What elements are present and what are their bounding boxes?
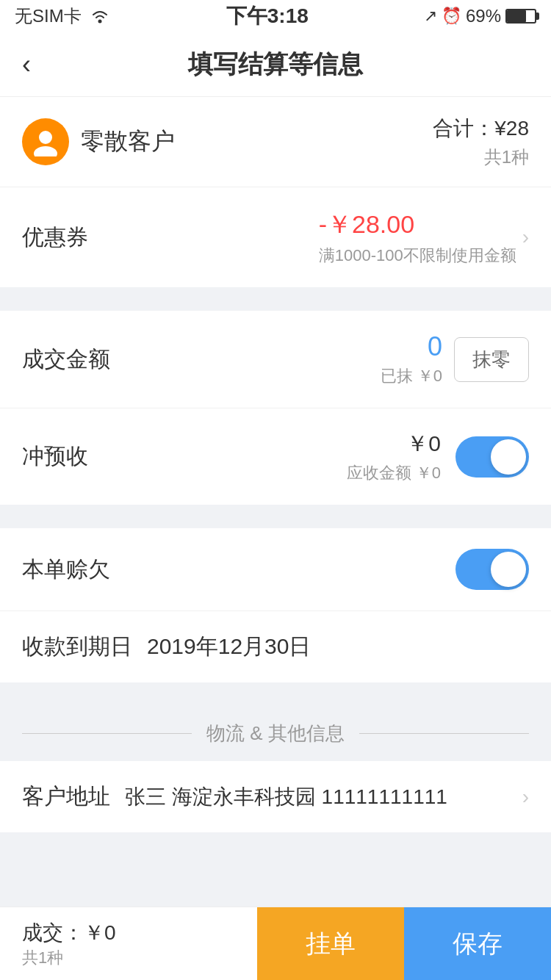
- prereceipt-row: 冲预收 ￥0 应收金额 ￥0: [0, 408, 551, 505]
- wifi-icon: [89, 8, 111, 24]
- coupon-amount: -￥28.00: [319, 208, 516, 242]
- deal-value: 0: [381, 331, 442, 362]
- logistics-header: 物流 & 其他信息: [0, 706, 551, 761]
- customer-name: 零散客户: [81, 126, 175, 158]
- prereceipt-right: ￥0 应收金额 ￥0: [347, 429, 529, 484]
- bottom-count: 共1种: [22, 947, 257, 969]
- battery-percent: 69%: [466, 6, 501, 26]
- duedate-value: 2019年12月30日: [147, 632, 311, 662]
- customer-row: 零散客户 合计：¥28 共1种: [0, 97, 551, 187]
- bottom-deal-label: 成交：: [22, 921, 84, 944]
- bottom-deal: 成交：￥0: [22, 919, 257, 947]
- address-label: 客户地址: [22, 782, 110, 812]
- customer-avatar: [22, 118, 69, 165]
- bottom-deal-value: ￥0: [84, 921, 116, 944]
- coupon-row[interactable]: 优惠券 -￥28.00 满1000-100不限制使用金额 ›: [0, 187, 551, 287]
- battery-icon: [505, 9, 536, 24]
- logistics-line-left: [22, 733, 192, 734]
- deal-amount-row: 成交金额 0 已抹 ￥0 抹零: [0, 311, 551, 408]
- bottom-bar: 成交：￥0 共1种 挂单 保存: [0, 907, 551, 980]
- alarm-icon: ⏰: [442, 7, 461, 26]
- hold-button[interactable]: 挂单: [257, 907, 404, 980]
- prereceipt-amount-wrap: ￥0 应收金额 ￥0: [347, 429, 441, 484]
- debt-label: 本单赊欠: [22, 555, 110, 585]
- section-divider-2: [0, 516, 551, 528]
- prereceipt-toggle[interactable]: [455, 436, 529, 478]
- coupon-desc: 满1000-100不限制使用金额: [319, 245, 516, 267]
- location-icon: ↗: [424, 7, 437, 26]
- debt-toggle[interactable]: [455, 549, 529, 590]
- customer-right: 合计：¥28 共1种: [433, 115, 529, 169]
- debt-row: 本单赊欠: [0, 528, 551, 610]
- user-icon: [31, 127, 60, 156]
- address-value: 张三 海淀永丰科技园 11111111111: [125, 783, 522, 811]
- round-down-button[interactable]: 抹零: [454, 337, 529, 382]
- address-chevron-icon: ›: [522, 785, 529, 809]
- customer-left: 零散客户: [22, 118, 175, 165]
- toggle-knob: [491, 439, 526, 475]
- debt-toggle-knob: [491, 552, 526, 587]
- logistics-label: 物流 & 其他信息: [206, 721, 345, 746]
- svg-point-0: [98, 20, 101, 24]
- duedate-row: 收款到期日 2019年12月30日: [0, 610, 551, 682]
- coupon-right: -￥28.00 满1000-100不限制使用金额 ›: [319, 208, 529, 267]
- customer-total: 合计：¥28: [433, 115, 529, 143]
- chevron-right-icon: ›: [522, 226, 529, 249]
- deal-amount-label: 成交金额: [22, 345, 110, 375]
- deal-sub: 已抹 ￥0: [381, 365, 442, 387]
- nav-title: 填写结算等信息: [188, 48, 363, 82]
- address-row[interactable]: 客户地址 张三 海淀永丰科技园 11111111111 ›: [0, 761, 551, 832]
- coupon-info: -￥28.00 满1000-100不限制使用金额: [319, 208, 516, 267]
- svg-point-1: [39, 131, 52, 144]
- back-button[interactable]: ‹: [22, 49, 31, 80]
- nav-bar: ‹ 填写结算等信息: [0, 32, 551, 97]
- customer-section: 零散客户 合计：¥28 共1种 优惠券 -￥28.00 满1000-100不限制…: [0, 97, 551, 287]
- svg-point-2: [34, 146, 57, 156]
- save-button[interactable]: 保存: [404, 907, 551, 980]
- no-sim-text: 无SIM卡: [15, 4, 82, 28]
- prereceipt-label: 冲预收: [22, 442, 88, 472]
- logistics-divider: [0, 694, 551, 706]
- prereceipt-sub: 应收金额 ￥0: [347, 462, 441, 484]
- status-signal: 无SIM卡: [15, 4, 111, 28]
- deal-right: 0 已抹 ￥0 抹零: [381, 331, 529, 387]
- status-icons: ↗ ⏰ 69%: [424, 6, 536, 26]
- section-divider-1: [0, 299, 551, 311]
- deal-value-wrap: 0 已抹 ￥0: [381, 331, 442, 387]
- status-bar: 无SIM卡 下午3:18 ↗ ⏰ 69%: [0, 0, 551, 32]
- deal-section: 成交金额 0 已抹 ￥0 抹零 冲预收 ￥0 应收金额 ￥0: [0, 311, 551, 505]
- bottom-summary: 成交：￥0 共1种: [0, 907, 257, 980]
- logistics-line-right: [359, 733, 529, 734]
- customer-count: 共1种: [433, 145, 529, 169]
- debt-section: 本单赊欠 收款到期日 2019年12月30日: [0, 528, 551, 682]
- status-time: 下午3:18: [226, 2, 309, 30]
- address-section: 客户地址 张三 海淀永丰科技园 11111111111 ›: [0, 761, 551, 832]
- prereceipt-amount: ￥0: [347, 429, 441, 459]
- coupon-label: 优惠券: [22, 223, 88, 253]
- duedate-label: 收款到期日: [22, 632, 132, 662]
